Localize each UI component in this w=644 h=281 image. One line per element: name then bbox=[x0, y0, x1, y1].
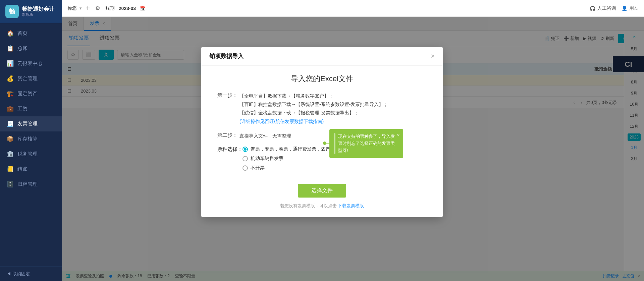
tax-icon: 🏛️ bbox=[7, 151, 13, 158]
ticket-label: 票种选择： bbox=[217, 146, 243, 153]
step1-guide-link[interactable]: (详细操作见百旺/航信发票数据下载指南) bbox=[239, 119, 324, 124]
radio-circle-general bbox=[243, 147, 248, 152]
settings-icon[interactable]: ⚙ bbox=[95, 5, 100, 11]
sidebar-item-label: 云报表中心 bbox=[17, 60, 43, 67]
consult-label: 人工咨询 bbox=[597, 5, 616, 11]
sidebar-item-archive[interactable]: 🗄️ 归档管理 bbox=[0, 177, 62, 192]
period-value: 2023-03 bbox=[119, 6, 136, 11]
tooltip-close-button[interactable]: × bbox=[397, 131, 400, 139]
sidebar-item-inventory[interactable]: 📦 库存核算 bbox=[0, 131, 62, 147]
sidebar-item-label: 归档管理 bbox=[17, 181, 38, 187]
step1-content: 【全电平台】数据下载→【税务数字账户】； 【百旺】税控盘数据下载→【系统设置-系… bbox=[239, 92, 427, 126]
inventory-icon: 📦 bbox=[7, 135, 13, 143]
radio-label-none: 不开票 bbox=[251, 165, 265, 171]
ledger-icon: 📋 bbox=[7, 45, 13, 52]
assets-icon: 🏗️ bbox=[7, 90, 13, 97]
company-dropdown-arrow[interactable]: ▾ bbox=[79, 6, 82, 11]
modal-main-title: 导入您的Excel文件 bbox=[217, 74, 427, 84]
step1-line3: 【航信】金税盘数据下载→【报税管理-发票数据导出】； bbox=[239, 110, 359, 116]
sidebar-item-label: 资金管理 bbox=[17, 75, 38, 82]
headset-icon: 🎧 bbox=[590, 6, 595, 11]
sidebar-item-home[interactable]: 🏠 首页 bbox=[0, 26, 62, 41]
sidebar-item-label: 固定资产 bbox=[17, 91, 38, 97]
step1-line1: 【全电平台】数据下载→【税务数字账户】； bbox=[239, 93, 333, 99]
modal-header: 销项数据导入 × bbox=[201, 47, 443, 66]
sidebar: 畅 畅捷通好会计 旗舰版 🏠 首页 📋 总账 📊 云报表中心 💰 资金管理 🏗️… bbox=[0, 0, 62, 281]
user-label: 用友 bbox=[629, 5, 639, 11]
chart-icon: 📊 bbox=[7, 60, 13, 67]
modal-body: 导入您的Excel文件 第一步： 【全电平台】数据下载→【税务数字账户】； 【百… bbox=[201, 66, 443, 184]
step1-row: 第一步： 【全电平台】数据下载→【税务数字账户】； 【百旺】税控盘数据下载→【系… bbox=[217, 92, 427, 126]
download-template-link[interactable]: 下载发票模版 bbox=[338, 203, 364, 208]
user-button[interactable]: 👤 用友 bbox=[622, 5, 639, 11]
logo-badge: 旗舰版 bbox=[22, 12, 54, 17]
sidebar-item-salary[interactable]: 💼 工资 bbox=[0, 101, 62, 116]
sidebar-item-label: 发票管理 bbox=[17, 121, 38, 127]
logo-title: 畅捷通好会计 bbox=[22, 6, 54, 12]
modal-close-button[interactable]: × bbox=[431, 52, 435, 60]
modal-title: 销项数据导入 bbox=[209, 52, 244, 60]
sidebar-item-label: 总账 bbox=[17, 45, 28, 52]
sidebar-item-label: 工资 bbox=[17, 106, 28, 112]
sidebar-item-label: 税务管理 bbox=[17, 151, 38, 157]
tooltip-text: 现在支持的票种多了，导入发票时别忘了选择正确的发票类型呀! bbox=[338, 133, 398, 154]
add-button[interactable]: + bbox=[86, 4, 90, 12]
select-file-button[interactable]: 选择文件 bbox=[298, 184, 346, 198]
sidebar-item-label: 库存核算 bbox=[17, 136, 38, 142]
sidebar-nav: 🏠 首页 📋 总账 📊 云报表中心 💰 资金管理 🏗️ 固定资产 💼 工资 🧾 … bbox=[0, 23, 62, 267]
close-books-icon: 📒 bbox=[7, 166, 13, 173]
topbar-right: 🎧 人工咨询 👤 用友 bbox=[590, 5, 639, 11]
radio-circle-motor bbox=[243, 156, 248, 161]
topbar: 你您 ▾ + ⚙ 账期 2023-03 📅 🎧 人工咨询 👤 用友 bbox=[62, 0, 644, 17]
consult-button[interactable]: 🎧 人工咨询 bbox=[590, 5, 616, 11]
radio-option-none[interactable]: 不开票 bbox=[243, 165, 427, 171]
sidebar-item-reports[interactable]: 📊 云报表中心 bbox=[0, 56, 62, 71]
sidebar-item-general[interactable]: 📋 总账 bbox=[0, 41, 62, 56]
step2-label: 第二步： bbox=[217, 132, 237, 138]
home-icon: 🏠 bbox=[7, 30, 13, 37]
sidebar-collapse-button[interactable]: ◀ 取消固定 bbox=[0, 267, 62, 281]
company-name: 你您 bbox=[67, 5, 77, 11]
modal-note: 若您没有发票模版，可以点击 下载发票模版 bbox=[201, 203, 443, 209]
money-icon: 💰 bbox=[7, 75, 13, 82]
radio-dot-general bbox=[244, 148, 247, 151]
logo-text-block: 畅捷通好会计 旗舰版 bbox=[22, 6, 54, 17]
sidebar-logo: 畅 畅捷通好会计 旗舰版 bbox=[0, 0, 62, 23]
sidebar-item-close[interactable]: 📒 结账 bbox=[0, 162, 62, 177]
step1-label: 第一步： bbox=[217, 92, 237, 99]
logo-icon: 畅 bbox=[5, 5, 19, 18]
archive-icon: 🗄️ bbox=[7, 181, 13, 188]
salary-icon: 💼 bbox=[7, 105, 13, 112]
sidebar-item-assets[interactable]: 🏗️ 固定资产 bbox=[0, 86, 62, 101]
radio-circle-none bbox=[243, 165, 248, 171]
sidebar-item-invoice[interactable]: 🧾 发票管理 bbox=[0, 116, 62, 131]
sidebar-bottom-label: ◀ 取消固定 bbox=[7, 271, 30, 277]
invoice-icon: 🧾 bbox=[7, 120, 13, 127]
note-prefix: 若您没有发票模版，可以点击 bbox=[280, 203, 337, 208]
period-label: 账期 bbox=[105, 5, 115, 11]
import-modal: 销项数据导入 × 导入您的Excel文件 第一步： 【全电平台】数据下载→【税务… bbox=[201, 47, 443, 217]
modal-footer: 选择文件 若您没有发票模版，可以点击 下载发票模版 bbox=[201, 184, 443, 217]
user-icon: 👤 bbox=[622, 6, 627, 11]
sidebar-item-funds[interactable]: 💰 资金管理 bbox=[0, 71, 62, 86]
radio-label-motor: 机动车销售发票 bbox=[251, 156, 283, 162]
sidebar-item-label: 首页 bbox=[17, 30, 28, 37]
calendar-icon[interactable]: 📅 bbox=[140, 6, 146, 11]
sidebar-item-tax[interactable]: 🏛️ 税务管理 bbox=[0, 147, 62, 162]
sidebar-item-label: 结账 bbox=[17, 166, 28, 172]
tooltip-popup: 现在支持的票种多了，导入发票时别忘了选择正确的发票类型呀! × bbox=[329, 129, 403, 158]
step1-line2: 【百旺】税控盘数据下载→【系统设置-系统参数设置-发票批量导入】； bbox=[239, 102, 388, 107]
tooltip-line bbox=[325, 143, 329, 144]
